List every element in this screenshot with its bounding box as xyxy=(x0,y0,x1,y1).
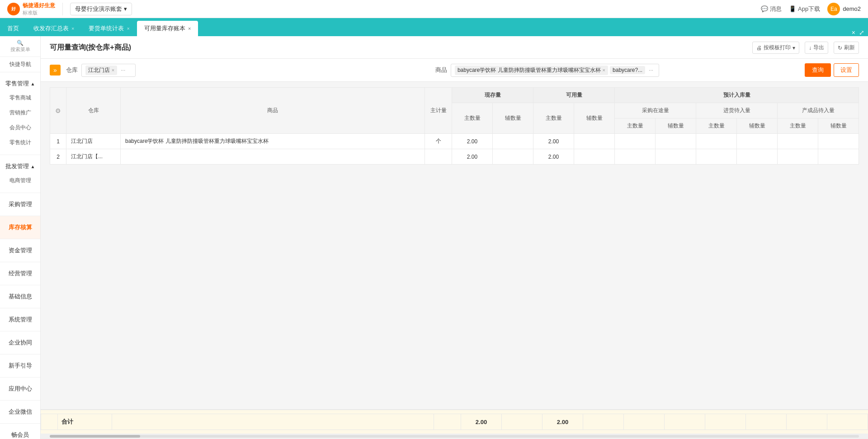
sidebar-member-label: 畅会员 xyxy=(11,431,29,439)
export-label: 导出 xyxy=(813,44,824,52)
scroll-track xyxy=(50,435,859,438)
sidebar-item-system[interactable]: 系统管理 xyxy=(0,313,40,326)
group-available-header: 可用量 xyxy=(533,88,615,103)
nav-tabs: 首页 收发存汇总表 × 要货单统计表 × 可用量库存账本 × × ⤢ xyxy=(0,18,868,36)
sidebar-item-basic[interactable]: 基础信息 xyxy=(0,290,40,303)
page-actions: 🖨 按模板打印 ▾ ↓ 导出 ↻ 刷新 xyxy=(752,42,859,54)
close-all-tabs-button[interactable]: × xyxy=(852,29,855,36)
sidebar-section-wechat: 企业微信 xyxy=(0,401,40,424)
sidebar-item-appcenter[interactable]: 应用中心 xyxy=(0,382,40,396)
tab-receipt-summary[interactable]: 收发存汇总表 × xyxy=(26,21,81,36)
sidebar-search[interactable]: 🔍 搜索菜单 xyxy=(0,36,40,57)
total-empty-1 xyxy=(41,414,58,430)
sidebar-item-finance[interactable]: 资金管理 xyxy=(0,244,40,257)
warehouse-tag-remove[interactable]: × xyxy=(112,67,114,73)
sidebar-item-newuser[interactable]: 新手引导 xyxy=(0,359,40,373)
print-button[interactable]: 🖨 按模板打印 ▾ xyxy=(752,42,799,54)
cell-pur-aux xyxy=(656,149,696,165)
sidebar-item-member[interactable]: 畅会员 xyxy=(0,428,40,439)
cell-inc-main xyxy=(696,134,737,149)
tab-order-stats[interactable]: 要货单统计表 × xyxy=(81,21,137,36)
tab-order-close[interactable]: × xyxy=(127,26,129,31)
cell-pur-main xyxy=(615,149,656,165)
warehouse-input[interactable]: 江北门店 × ··· xyxy=(81,64,136,77)
table-row: 1 江北门店 babycare学饮杯 儿童防摔防撞吸管杯重力球吸嘴杯宝宝水杯 个… xyxy=(50,134,859,149)
total-pro-main xyxy=(787,414,827,430)
query-button[interactable]: 查询 xyxy=(805,63,831,77)
total-row: 合计 2.00 2.00 xyxy=(41,414,868,430)
tab-available-close[interactable]: × xyxy=(188,26,191,31)
col-settings-header: ⚙ xyxy=(50,88,66,134)
total-avail-main: 2.00 xyxy=(542,414,583,430)
sidebar-basic-label: 基础信息 xyxy=(9,293,32,301)
sidebar-purchase-label: 采购管理 xyxy=(9,200,32,208)
tab-available-stock[interactable]: 可用量库存账本 × xyxy=(137,21,198,36)
tab-home[interactable]: 首页 xyxy=(0,21,26,36)
product-more[interactable]: ··· xyxy=(647,66,655,74)
print-icon: 🖨 xyxy=(756,45,762,51)
sidebar-quick-nav[interactable]: 快捷导航 xyxy=(0,57,40,72)
sidebar-wholesale-label: 批发管理 xyxy=(5,162,29,170)
sidebar-item-wechat[interactable]: 企业微信 xyxy=(0,405,40,419)
logo-area: 好 畅捷通好生意 标准版 xyxy=(7,2,55,16)
warehouse-tag: 江北门店 × xyxy=(85,66,117,75)
chevron-down-icon-wholesale: ▲ xyxy=(31,164,35,169)
sidebar-item-marketing[interactable]: 营销推广 xyxy=(0,105,40,120)
export-button[interactable]: ↓ 导出 xyxy=(805,42,828,54)
col-inc-main-header: 主数量 xyxy=(696,118,737,134)
cell-stock-main: 2.00 xyxy=(452,134,493,149)
sidebar-item-inventory[interactable]: 库存核算 xyxy=(0,221,40,234)
sidebar-item-members[interactable]: 会员中心 xyxy=(0,120,40,135)
fullscreen-button[interactable]: ⤢ xyxy=(859,29,864,36)
sidebar-item-retail-mall[interactable]: 零售商城 xyxy=(0,90,40,105)
scroll-thumb[interactable] xyxy=(50,435,140,438)
refresh-label: 刷新 xyxy=(844,44,855,52)
sidebar-operations-label: 经营管理 xyxy=(9,269,32,278)
total-table: 合计 2.00 2.00 xyxy=(41,414,868,430)
content-area: 可用量查询(按仓库+商品) 🖨 按模板打印 ▾ ↓ 导出 ↻ 刷新 xyxy=(41,36,868,439)
product-input[interactable]: babycare学饮杯 儿童防摔防撞吸管杯重力球吸嘴杯宝宝水杯 × babyca… xyxy=(451,64,659,77)
cell-stock-aux xyxy=(493,149,533,165)
sidebar-inventory-label: 库存核算 xyxy=(9,223,32,231)
sidebar-item-purchase[interactable]: 采购管理 xyxy=(0,198,40,211)
cell-unit xyxy=(425,149,452,165)
product-tag-2: babycare?... xyxy=(610,66,645,74)
industry-selector[interactable]: 母婴行业演示账套 ▾ xyxy=(70,3,132,15)
total-pur-aux xyxy=(665,414,705,430)
app-download-button[interactable]: 📱 App下载 xyxy=(789,5,820,13)
refresh-button[interactable]: ↻ 刷新 xyxy=(834,42,859,54)
sidebar-finance-label: 资金管理 xyxy=(9,246,32,255)
sidebar-item-retail-stats[interactable]: 零售统计 xyxy=(0,135,40,150)
subgroup-production-header: 产成品待入量 xyxy=(778,103,859,118)
sidebar-members-label: 会员中心 xyxy=(9,124,31,131)
product-tag-1-text: babycare学饮杯 儿童防摔防撞吸管杯重力球吸嘴杯宝宝水杯 xyxy=(458,66,601,74)
tab-receipt-close[interactable]: × xyxy=(71,26,74,31)
table-row: 2 江北门店【... 2.00 2.00 xyxy=(50,149,859,165)
tab-receipt-label: 收发存汇总表 xyxy=(33,24,69,33)
filter-toggle-button[interactable]: » xyxy=(50,65,61,76)
sidebar-appcenter-label: 应用中心 xyxy=(9,385,32,393)
col-pur-aux-header: 辅数量 xyxy=(656,118,696,134)
sidebar-item-retail[interactable]: 零售管理 ▲ xyxy=(0,77,40,90)
sidebar-section-appcenter: 应用中心 xyxy=(0,378,40,401)
sidebar-item-wholesale[interactable]: 批发管理 ▲ xyxy=(0,160,40,173)
industry-name: 母婴行业演示账套 xyxy=(75,5,122,13)
download-label: App下载 xyxy=(798,5,820,13)
filter-actions: 查询 设置 xyxy=(805,63,859,77)
product-tag-1-remove[interactable]: × xyxy=(603,67,605,73)
cell-avail-aux xyxy=(574,149,615,165)
sidebar-item-ecommerce[interactable]: 电商管理 xyxy=(0,173,40,188)
cell-inc-main xyxy=(696,149,737,165)
avatar-initials: Ea xyxy=(830,6,837,12)
user-area[interactable]: Ea demo2 xyxy=(827,3,861,15)
sidebar-newuser-label: 新手引导 xyxy=(9,362,32,370)
sidebar-item-operations[interactable]: 经营管理 xyxy=(0,267,40,280)
warehouse-more[interactable]: ··· xyxy=(119,66,127,74)
gear-icon[interactable]: ⚙ xyxy=(55,107,61,114)
sidebar-item-enterprise[interactable]: 企业协同 xyxy=(0,336,40,349)
message-button[interactable]: 💬 消息 xyxy=(761,5,782,13)
total-stock-main: 2.00 xyxy=(461,414,502,430)
settings-button[interactable]: 设置 xyxy=(834,63,859,77)
horizontal-scrollbar[interactable] xyxy=(41,434,868,439)
row-num: 2 xyxy=(50,149,66,165)
